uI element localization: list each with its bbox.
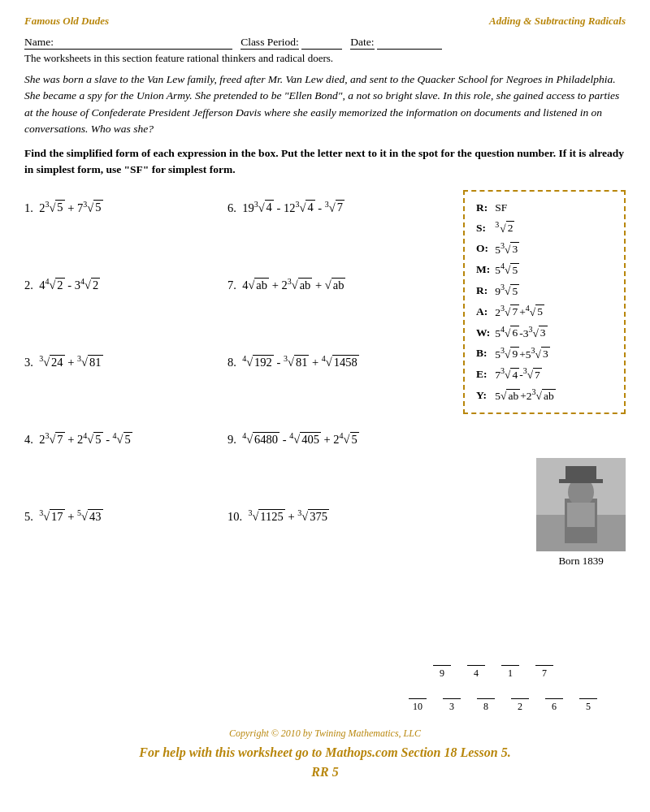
blank-10: 10: [406, 686, 429, 713]
class-blanks: [301, 36, 342, 50]
footer-copyright: Copyright © 2010 by Twining Mathematics,…: [24, 728, 626, 740]
header-right: Adding & Subtracting Radicals: [489, 15, 626, 28]
problem-3: 3. 3√24 + 3√81: [24, 344, 228, 392]
instruction: Find the simplified form of each express…: [24, 145, 626, 179]
blank-6: 6: [543, 686, 566, 713]
problem-9: 9. 4√6480 - 4√405 + 24√5: [228, 421, 447, 469]
answer-o: O: 53√3: [476, 239, 556, 260]
problem-4: 4. 23√7 + 24√5 - 4√5: [24, 421, 228, 469]
blank-9: 9: [431, 653, 453, 680]
problem-10: 10. 3√1125 + 3√375: [228, 499, 447, 546]
answer-box: R: SF S: 3√2 O: 53√3 M: 54√5 R: 93√5 A: …: [463, 190, 626, 414]
answer-b: B: 53√9+53√3: [476, 343, 556, 365]
problem-1: 1. 23√5 + 73√5: [24, 190, 228, 238]
blank-8: 8: [474, 686, 497, 713]
blank-5: 5: [577, 686, 600, 713]
story: She was born a slave to the Van Lew fami…: [24, 71, 626, 137]
problem-6: 6. 193√4 - 123√4 - 3√7: [228, 190, 447, 238]
date-blanks: [377, 36, 442, 50]
answer-w: W: 54√6-33√3: [476, 322, 556, 343]
problem-5: 5. 3√17 + 5√43: [24, 499, 228, 546]
blank-2: 2: [509, 686, 531, 713]
answer-y: Y: 5√ab+23√ab: [476, 385, 556, 406]
answer-r: R: SF: [476, 198, 556, 218]
problem-2: 2. 44√2 - 34√2: [24, 267, 228, 315]
footer-help: For help with this worksheet go to Matho…: [24, 743, 626, 782]
problem-7: 7. 4√ab + 23√ab + √ab: [228, 267, 447, 315]
answer-blanks: 9 4 1 7 10 3 8 2: [24, 653, 626, 713]
class-label: Class Period:: [240, 36, 299, 50]
svg-rect-6: [567, 503, 595, 527]
svg-rect-5: [566, 466, 596, 481]
answer-r2: R: 93√5: [476, 280, 556, 301]
born-text: Born 1839: [536, 555, 626, 568]
blank-1: 1: [499, 653, 522, 680]
blank-3: 3: [440, 686, 463, 713]
name-label: Name:: [24, 36, 54, 50]
name-row: Name: Class Period: Date:: [24, 36, 626, 50]
header-row: Famous Old Dudes Adding & Subtracting Ra…: [24, 15, 626, 28]
blank-4a: 4: [465, 653, 488, 680]
answer-m: M: 54√5: [476, 259, 556, 280]
date-label: Date:: [350, 36, 374, 50]
answer-e: E: 73√4-3√7: [476, 364, 556, 385]
answer-s: S: 3√2: [476, 218, 556, 239]
blank-7: 7: [533, 653, 556, 680]
subtitle: The worksheets in this section feature r…: [24, 52, 626, 65]
image-box: Born 1839: [536, 458, 626, 568]
problem-8: 8. 4√192 - 3√81 + 4√1458: [228, 344, 447, 392]
header-left: Famous Old Dudes: [24, 15, 109, 28]
answer-a: A: 23√7+4√5: [476, 301, 556, 322]
name-line: [54, 36, 232, 50]
